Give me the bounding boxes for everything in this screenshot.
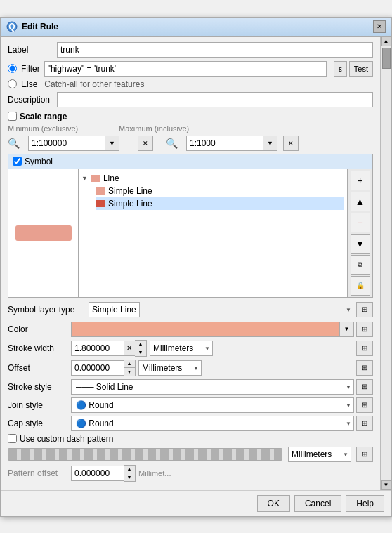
join-style-row: Join style 🔵 Round ⊞ xyxy=(8,397,373,413)
layer-type-label: Symbol layer type xyxy=(8,305,89,315)
cancel-button[interactable]: Cancel xyxy=(294,495,341,512)
scroll-up[interactable]: ▲ xyxy=(381,37,391,46)
dialog-main: Label Filter ε Test Else Catch-all for o… xyxy=(1,37,380,490)
dash-data-def[interactable]: ⊞ xyxy=(356,447,373,462)
preview-line xyxy=(15,225,72,241)
min-scale-dropdown[interactable]: ▼ xyxy=(105,136,119,151)
max-scale-group: ▼ xyxy=(186,136,277,151)
custom-dash-checkbox[interactable] xyxy=(8,434,17,443)
layer-type-select[interactable]: Simple Line xyxy=(89,302,140,317)
join-style-label: Join style xyxy=(8,400,71,410)
cap-style-data-def[interactable]: ⊞ xyxy=(356,416,373,431)
join-style-wrapper: 🔵 Round xyxy=(71,397,354,413)
symbol-tree: ▼ Line Simple Line Simple Line xyxy=(79,169,347,297)
cap-style-select[interactable]: 🔵 Round xyxy=(71,416,354,431)
scale-range-label: Scale range xyxy=(20,112,67,121)
stroke-width-input[interactable] xyxy=(71,341,124,356)
join-style-data-def[interactable]: ⊞ xyxy=(356,397,373,413)
remove-layer-button[interactable]: − xyxy=(351,213,370,232)
cap-style-wrapper: 🔵 Round xyxy=(71,416,354,431)
stroke-unit-select[interactable]: Millimeters xyxy=(150,341,213,356)
duplicate-button[interactable]: ⧉ xyxy=(351,255,370,275)
tree-item-line[interactable]: ▼ Line xyxy=(81,172,344,185)
offset-content: ▲ ▼ Millimeters xyxy=(71,360,354,376)
layer-type-data-def[interactable]: ⊞ xyxy=(356,302,373,317)
offset-row: Offset ▲ ▼ Millimeters ⊞ xyxy=(8,360,373,376)
cap-style-row: Cap style 🔵 Round ⊞ xyxy=(8,416,373,431)
tree-item-simple2[interactable]: Simple Line xyxy=(96,197,344,210)
color-label: Color xyxy=(8,324,71,334)
stroke-width-row: Stroke width ✕ ▲ ▼ Millimeters ⊞ xyxy=(8,340,373,357)
offset-spin-down[interactable]: ▼ xyxy=(124,368,135,376)
stroke-style-label: Stroke style xyxy=(8,382,71,392)
label-field-label: Label xyxy=(8,45,57,55)
color-data-def[interactable]: ⊞ xyxy=(356,322,373,337)
stroke-style-wrapper: ─── Solid Line xyxy=(71,379,354,395)
tree-arrow: ▼ xyxy=(81,175,88,182)
offset-input[interactable] xyxy=(71,360,124,376)
offset-spin-up[interactable]: ▲ xyxy=(124,360,135,368)
else-row: Else Catch-all for other features xyxy=(8,79,373,89)
min-scale-group: ▼ xyxy=(28,136,119,151)
tree-simple-line1-icon xyxy=(96,187,105,195)
cap-style-content: 🔵 Round xyxy=(71,416,354,431)
move-up-button[interactable]: ▲ xyxy=(351,192,370,211)
stroke-style-data-def[interactable]: ⊞ xyxy=(356,379,373,395)
else-description: Catch-all for other features xyxy=(44,79,144,89)
stroke-data-def[interactable]: ⊞ xyxy=(356,341,373,356)
max-scale-dropdown[interactable]: ▼ xyxy=(263,136,277,151)
pattern-spin-down[interactable]: ▼ xyxy=(124,473,135,481)
filter-buttons: ε Test xyxy=(334,61,373,77)
pattern-offset-label: Pattern offset xyxy=(8,468,71,478)
symbol-body: ▼ Line Simple Line Simple Line xyxy=(8,169,373,298)
move-down-button[interactable]: ▼ xyxy=(351,234,370,254)
edit-rule-dialog: Q Edit Rule ✕ Label Filter ε Test xyxy=(0,17,392,517)
ok-button[interactable]: OK xyxy=(257,495,290,512)
expression-button[interactable]: ε xyxy=(334,61,347,77)
app-icon: Q xyxy=(6,21,18,32)
min-scale-input[interactable] xyxy=(28,136,105,151)
help-button[interactable]: Help xyxy=(346,495,384,512)
stroke-spin-up[interactable]: ▲ xyxy=(135,341,146,348)
color-button[interactable] xyxy=(71,322,340,337)
max-scale-clear[interactable]: ✕ xyxy=(283,136,299,151)
pattern-spin-up[interactable]: ▲ xyxy=(124,466,135,473)
tree-item-simple1[interactable]: Simple Line xyxy=(96,185,344,197)
offset-data-def[interactable]: ⊞ xyxy=(356,360,373,376)
tree-simple-line1-label: Simple Line xyxy=(108,186,152,196)
dash-unit-select[interactable]: Millimeters xyxy=(288,447,351,462)
stroke-spin-down[interactable]: ▼ xyxy=(135,348,146,356)
add-layer-button[interactable]: + xyxy=(351,171,370,190)
max-scale-label: Maximum (inclusive) xyxy=(119,124,203,133)
lock-button[interactable]: 🔒 xyxy=(351,276,370,296)
label-input[interactable] xyxy=(57,42,373,58)
pattern-offset-input[interactable] xyxy=(71,466,124,481)
dialog-content: Label Filter ε Test Else Catch-all for o… xyxy=(1,37,391,490)
test-button[interactable]: Test xyxy=(349,61,373,77)
custom-dash-label[interactable]: Use custom dash pattern xyxy=(8,434,113,444)
custom-dash-row: Use custom dash pattern xyxy=(8,434,373,444)
stroke-width-label: Stroke width xyxy=(8,343,71,353)
stroke-clear-btn[interactable]: ✕ xyxy=(124,341,135,356)
max-scale-input[interactable] xyxy=(186,136,263,151)
dash-slider[interactable] xyxy=(8,448,282,461)
scale-range-checkbox-label[interactable]: Scale range xyxy=(8,112,67,121)
symbol-checkbox[interactable] xyxy=(13,157,22,166)
description-input[interactable] xyxy=(57,92,373,107)
tree-indent: Simple Line Simple Line xyxy=(96,185,344,210)
stroke-style-select[interactable]: ─── Solid Line xyxy=(71,379,354,395)
label-row: Label xyxy=(8,42,373,58)
scale-range-checkbox[interactable] xyxy=(8,112,17,121)
scroll-thumb[interactable] xyxy=(382,48,391,69)
color-dropdown[interactable]: ▼ xyxy=(340,322,354,337)
filter-radio[interactable] xyxy=(8,64,17,73)
min-scale-clear[interactable]: ✕ xyxy=(138,136,153,151)
else-radio[interactable] xyxy=(8,79,17,88)
description-row: Description xyxy=(8,92,373,107)
color-row: Color ▼ ⊞ xyxy=(8,322,373,337)
filter-input[interactable] xyxy=(44,61,327,77)
join-style-select[interactable]: 🔵 Round xyxy=(71,397,354,413)
close-button[interactable]: ✕ xyxy=(373,20,386,33)
offset-unit-select[interactable]: Millimeters xyxy=(138,360,202,376)
scroll-down[interactable]: ▼ xyxy=(381,480,391,490)
